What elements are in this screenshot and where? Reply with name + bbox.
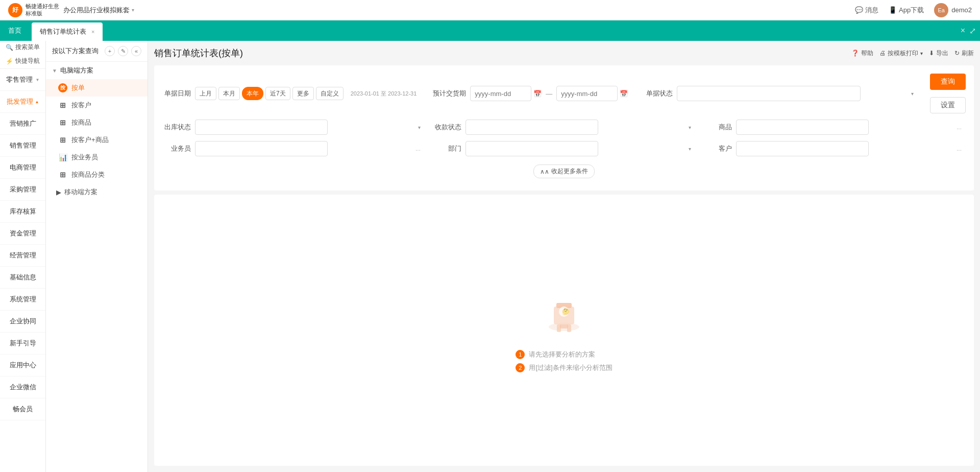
scheme-pc-section: ▼ 电脑端方案 按 按单 ⊞ 按客户 ⊞ 按商品 ⊞ 按客户+商品 📊 按业务员 (46, 62, 148, 183)
scheme-item-by-goods[interactable]: ⊞ 按商品 (46, 114, 148, 131)
sidebar-item-system[interactable]: 系统管理 (0, 289, 45, 311)
tab-home[interactable]: 首页 (0, 20, 30, 41)
calendar-icon-to[interactable]: 📅 (620, 90, 628, 98)
date-btn-lastmonth[interactable]: 上月 (195, 87, 216, 100)
scheme-add-button[interactable]: + (105, 46, 115, 56)
print-button[interactable]: 🖨 按模板打印 ▾ (879, 49, 923, 58)
scheme-pc-header[interactable]: ▼ 电脑端方案 (46, 62, 148, 79)
status-filter-item: 单据状态 ▾ (644, 86, 918, 101)
salesperson-input[interactable] (195, 141, 328, 156)
customer-more-icon[interactable]: ... (957, 145, 962, 152)
mobile-section-arrow: ▶ (56, 188, 61, 196)
ship-status-arrow: ▾ (418, 125, 421, 130)
logo-text: 畅捷通好生意 标准版 (26, 3, 59, 16)
goods-more-icon[interactable]: ... (957, 124, 962, 131)
sidebar-item-finance[interactable]: 资金管理 (0, 223, 45, 245)
sidebar-item-inventory[interactable]: 库存核算 (0, 201, 45, 223)
date-separator: — (544, 90, 554, 98)
step-1-num: 1 (516, 350, 525, 359)
collapse-button[interactable]: ∧∧ 收起更多条件 (533, 164, 595, 178)
sidebar-item-operations[interactable]: 经营管理 (0, 245, 45, 267)
help-button[interactable]: ❓ 帮助 (851, 49, 873, 58)
scheme-mobile-header[interactable]: ▶ 移动端方案 (46, 183, 148, 201)
sidebar-item-appcenter[interactable]: 应用中心 (0, 355, 45, 376)
expected-date-from[interactable] (470, 86, 531, 101)
status-select[interactable] (677, 86, 861, 101)
goods-input[interactable] (736, 120, 869, 135)
quick-nav-button[interactable]: ⚡ 快捷导航 (0, 54, 45, 69)
collapse-bar: ∧∧ 收起更多条件 (162, 160, 966, 182)
department-label: 部门 (433, 144, 461, 153)
salesperson-more-icon[interactable]: ... (415, 145, 421, 152)
tab-close-icon[interactable]: × (91, 29, 94, 35)
scheme-item-by-salesperson[interactable]: 📊 按业务员 (46, 149, 148, 166)
calendar-icon-from[interactable]: 📅 (533, 90, 542, 98)
sidebar-item-newbie[interactable]: 新手引导 (0, 333, 45, 355)
sidebar-item-sales[interactable]: 销售管理 (0, 135, 45, 157)
tab-maximize-button[interactable]: ⤢ (969, 26, 976, 36)
sidebar-item-marketing[interactable]: 营销推广 (0, 113, 45, 135)
scheme-header-icons: + ✎ « (105, 46, 141, 56)
payment-status-arrow: ▾ (689, 125, 691, 130)
pc-section-arrow: ▼ (52, 68, 57, 74)
department-select[interactable] (465, 141, 598, 156)
date-btn-more[interactable]: 更多 (292, 87, 314, 100)
settings-button[interactable]: 设置 (930, 97, 966, 113)
scheme-collapse-button[interactable]: « (131, 46, 141, 56)
scheme-item-by-order[interactable]: 按 按单 (46, 79, 148, 97)
date-filter-group: 上月 本月 本年 近7天 更多 自定义 (195, 87, 344, 100)
expected-date-item: 预计交货期 📅 — 📅 (433, 86, 628, 101)
scheme-edit-button[interactable]: ✎ (118, 46, 128, 56)
title-dropdown-icon: ▾ (132, 7, 134, 13)
tab-minimize-button[interactable]: × (961, 26, 965, 35)
ship-status-select[interactable] (195, 120, 328, 135)
export-icon: ⬇ (929, 50, 934, 57)
date-btn-thismonth[interactable]: 本月 (218, 87, 240, 100)
logo-area: 好 畅捷通好生意 标准版 (8, 3, 59, 17)
sidebar-item-basics[interactable]: 基础信息 (0, 267, 45, 289)
sidebar-item-retail[interactable]: 零售管理 (0, 69, 45, 91)
refresh-button[interactable]: ↻ 刷新 (954, 49, 974, 58)
sidebar-item-ecommerce[interactable]: 电商管理 (0, 157, 45, 179)
date-btn-thisyear[interactable]: 本年 (242, 87, 263, 100)
payment-status-select[interactable] (465, 120, 598, 135)
customer-label: 客户 (703, 144, 732, 153)
sidebar-item-wholesale[interactable]: 批发管理 (0, 91, 45, 113)
tab-sales-stats[interactable]: 销售订单统计表 × (32, 22, 103, 41)
main-content: 销售订单统计表(按单) ❓ 帮助 🖨 按模板打印 ▾ ⬇ 导出 ↻ 刷新 (148, 41, 980, 472)
svg-rect-5 (560, 324, 568, 328)
sidebar-item-purchase[interactable]: 采购管理 (0, 179, 45, 201)
sidebar-item-wechat[interactable]: 企业微信 (0, 376, 45, 398)
salesperson-filter-item: 业务员 ... (162, 141, 425, 156)
step-2-num: 2 (516, 363, 525, 372)
by-customer-goods-icon: ⊞ (58, 135, 67, 145)
sidebar-item-member[interactable]: 畅会员 (0, 398, 45, 420)
print-icon: 🖨 (879, 50, 886, 57)
date-btn-custom[interactable]: 自定义 (316, 87, 344, 100)
help-icon: ❓ (851, 50, 859, 57)
empty-step-1: 1 请先选择要分析的方案 (516, 350, 612, 359)
svg-rect-7 (567, 324, 571, 332)
expected-date-to[interactable] (556, 86, 618, 101)
logo-icon: 好 (8, 3, 22, 17)
export-button[interactable]: ⬇ 导出 (929, 49, 948, 58)
customer-input[interactable] (736, 141, 869, 156)
query-button[interactable]: 查询 (930, 74, 966, 90)
app-download-button[interactable]: 📱 App下载 (889, 6, 924, 15)
user-menu[interactable]: Ea demo2 (934, 3, 972, 17)
date-btn-7days[interactable]: 近7天 (265, 87, 290, 100)
scheme-item-by-customer-goods[interactable]: ⊞ 按客户+商品 (46, 131, 148, 149)
scheme-panel: 按以下方案查询 + ✎ « ▼ 电脑端方案 按 按单 ⊞ 按客户 ⊞ 按商品 (46, 41, 148, 472)
app-title[interactable]: 办公用品行业模拟账套 ▾ (63, 6, 134, 15)
by-customer-icon: ⊞ (58, 101, 67, 110)
scheme-header: 按以下方案查询 + ✎ « (46, 41, 148, 62)
message-button[interactable]: 💬 消息 (855, 6, 878, 15)
department-filter-item: 部门 ▾ (433, 141, 695, 156)
quick-nav-icon: ⚡ (6, 58, 13, 65)
status-select-arrow: ▾ (911, 91, 914, 97)
sidebar-item-enterprise[interactable]: 企业协同 (0, 311, 45, 333)
scheme-item-by-goods-category[interactable]: ⊞ 按商品分类 (46, 166, 148, 183)
search-menu-button[interactable]: 🔍 搜索菜单 (0, 41, 45, 54)
scheme-item-by-customer[interactable]: ⊞ 按客户 (46, 97, 148, 114)
svg-rect-6 (557, 324, 561, 332)
